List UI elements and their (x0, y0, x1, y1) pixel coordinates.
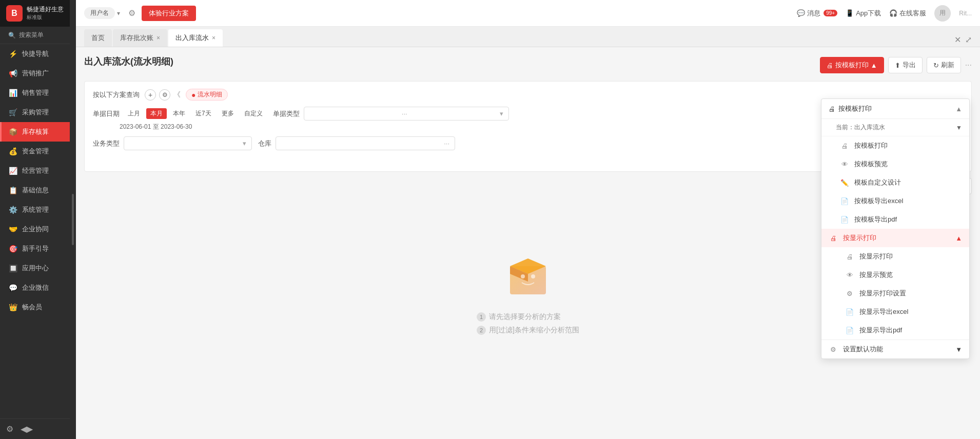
sidebar-item-purchase[interactable]: 🛒 采购管理 (0, 103, 76, 122)
sidebar-item-vip[interactable]: 👑 畅会员 (0, 297, 76, 317)
sidebar-item-finance[interactable]: 💰 资金管理 (0, 142, 76, 161)
print-panel-title-icon: 🖨 (829, 105, 835, 113)
display-section-arrow: ▲ (955, 234, 962, 242)
sidebar-item-appstore[interactable]: 🔲 应用中心 (0, 258, 76, 278)
display-pdf-item-label: 按显示导出pdf (859, 326, 902, 335)
print-display-preview-item[interactable]: 👁 按显示预览 (821, 266, 969, 284)
user-chevron-icon[interactable]: ▾ (117, 10, 120, 17)
date-shortcut-this-month[interactable]: 本月 (146, 108, 167, 119)
sidebar-label-marketing: 营销推广 (22, 69, 49, 78)
settings-bottom-icon[interactable]: ⚙ (6, 424, 13, 434)
online-service-item[interactable]: 🎧 在线客服 (889, 9, 926, 18)
filter-settings-icon: ⚙ (162, 91, 168, 98)
display-excel-icon: 📄 (845, 307, 854, 316)
date-shortcut-custom[interactable]: 自定义 (240, 108, 267, 119)
user-name-bar[interactable]: 用户名 (84, 7, 115, 19)
template-preview-item-label: 按模板预览 (854, 159, 888, 169)
filter-tag-label: 流水明细 (198, 90, 222, 99)
warehouse-label: 仓库 (258, 139, 271, 148)
sidebar-search[interactable]: 🔍 搜索菜单 (0, 27, 76, 44)
tab-home[interactable]: 首页 (84, 29, 112, 47)
hint-text-2: 用[过滤]条件来缩小分析范围 (489, 326, 579, 335)
export-btn[interactable]: ⬆ 导出 (888, 57, 923, 73)
more-actions-icon[interactable]: ··· (965, 61, 972, 70)
print-panel-footer[interactable]: ⚙ 设置默认功能 ▼ (821, 340, 969, 358)
print-template-print-item[interactable]: 🖨 按模板打印 (821, 136, 969, 155)
refresh-btn[interactable]: ↻ 刷新 (927, 57, 961, 73)
business-type-label: 业务类型 (93, 139, 120, 148)
display-section-label: 按显示打印 (843, 233, 876, 243)
print-display-pdf-item[interactable]: 📄 按显示导出pdf (821, 321, 969, 340)
sidebar-item-inventory[interactable]: 📦 库存核算 (0, 122, 76, 142)
headset-icon: 🎧 (889, 9, 897, 17)
print-chevron: ▲ (871, 62, 877, 69)
sidebar-label-quick-nav: 快捷导航 (22, 49, 49, 58)
template-print-icon: 🖨 (840, 141, 849, 150)
display-print-item-label: 按显示打印 (859, 252, 893, 261)
print-display-excel-item[interactable]: 📄 按显示导出excel (821, 303, 969, 321)
print-template-excel-item[interactable]: 📄 按模板导出excel (821, 192, 969, 210)
avatar[interactable]: 用 (934, 5, 951, 22)
topbar-gear-icon[interactable]: ⚙ (128, 8, 135, 18)
app-download-label: App下载 (856, 9, 881, 18)
print-panel-up-arrow[interactable]: ▲ (955, 105, 962, 113)
sidebar-item-basic[interactable]: 📋 基础信息 (0, 181, 76, 200)
svg-point-4 (531, 274, 535, 278)
collapse-bottom-icon[interactable]: ◀▶ (21, 424, 33, 434)
message-item[interactable]: 💬 消息 99+ (797, 9, 837, 18)
print-display-settings-item[interactable]: ⚙ 按显示打印设置 (821, 284, 969, 303)
display-section-icon: 🖨 (829, 233, 838, 243)
sidebar-label-purchase: 采购管理 (22, 108, 49, 117)
sidebar-item-guide[interactable]: 🎯 新手引导 (0, 239, 76, 258)
warehouse-input[interactable]: ··· (276, 136, 455, 150)
footer-arrow[interactable]: ▼ (955, 346, 962, 353)
template-pdf-item-label: 按模板导出pdf (854, 215, 897, 224)
filter-collapse-icon[interactable]: 《 (173, 90, 181, 99)
filter-tag[interactable]: ● 流水明细 (186, 89, 228, 101)
print-template-preview-item[interactable]: 👁 按模板预览 (821, 155, 969, 173)
sidebar-item-quick-nav[interactable]: ⚡ 快捷导航 (0, 44, 76, 64)
tab-flow[interactable]: 出入库流水 × (168, 29, 223, 47)
receipt-type-select[interactable]: ··· ▾ (304, 107, 509, 121)
template-print-btn[interactable]: 🖨 按模板打印 ▲ (820, 57, 884, 73)
date-shortcut-7days[interactable]: 近7天 (191, 108, 215, 119)
print-template-customize-item[interactable]: ✏️ 模板自定义设计 (821, 173, 969, 192)
sidebar-item-sales[interactable]: 📊 销售管理 (0, 83, 76, 103)
trial-button[interactable]: 体验行业方案 (142, 6, 196, 21)
app-download-item[interactable]: 📱 App下载 (846, 9, 881, 18)
tabs-bar: 首页 库存批次账 × 出入库流水 × ✕ ⤢ (76, 27, 980, 47)
sidebar-item-marketing[interactable]: 📢 营销推广 (0, 64, 76, 83)
print-template-pdf-item[interactable]: 📄 按模板导出pdf (821, 210, 969, 229)
sidebar-item-system[interactable]: ⚙️ 系统管理 (0, 200, 76, 220)
expand-tab-icon[interactable]: ⤢ (965, 35, 972, 45)
warehouse-more-icon[interactable]: ··· (444, 139, 449, 147)
refresh-label: 刷新 (941, 61, 954, 70)
date-shortcut-this-year[interactable]: 本年 (169, 108, 189, 119)
display-pdf-icon: 📄 (845, 326, 854, 335)
tab-flow-close[interactable]: × (212, 34, 215, 42)
purchase-icon: 🛒 (8, 108, 18, 116)
close-tab-icon[interactable]: ✕ (954, 35, 961, 45)
tab-batch-account[interactable]: 库存批次账 × (113, 29, 167, 47)
tab-batch-account-close[interactable]: × (156, 34, 160, 42)
sidebar-item-collab[interactable]: 🤝 企业协同 (0, 220, 76, 239)
wechat-icon: 💬 (8, 284, 18, 292)
date-shortcut-last-month[interactable]: 上月 (124, 108, 144, 119)
print-display-section-header[interactable]: 🖨 按显示打印 ▲ (821, 229, 969, 247)
receipt-type-filter-group: 单据类型 ··· ▾ (273, 107, 509, 121)
sidebar-item-operations[interactable]: 📈 经营管理 (0, 161, 76, 181)
filter-add-btn[interactable]: + (145, 89, 156, 101)
date-shortcut-more[interactable]: 更多 (218, 108, 238, 119)
sidebar-scrollbar[interactable] (72, 194, 74, 245)
print-current-arrow[interactable]: ▼ (956, 124, 962, 131)
empty-illustration (497, 241, 559, 302)
sidebar-item-wechat[interactable]: 💬 企业微信 (0, 278, 76, 297)
sidebar-label-vip: 畅会员 (22, 303, 42, 312)
business-type-select[interactable]: ▾ (124, 136, 252, 150)
filter-label: 按以下方案查询 (93, 90, 140, 99)
filter-settings-btn[interactable]: ⚙ (159, 89, 170, 101)
print-display-print-item[interactable]: 🖨 按显示打印 (821, 247, 969, 266)
receipt-more-icon[interactable]: ··· (402, 110, 407, 117)
quick-nav-icon: ⚡ (8, 50, 18, 58)
sidebar-label-system: 系统管理 (22, 205, 49, 214)
